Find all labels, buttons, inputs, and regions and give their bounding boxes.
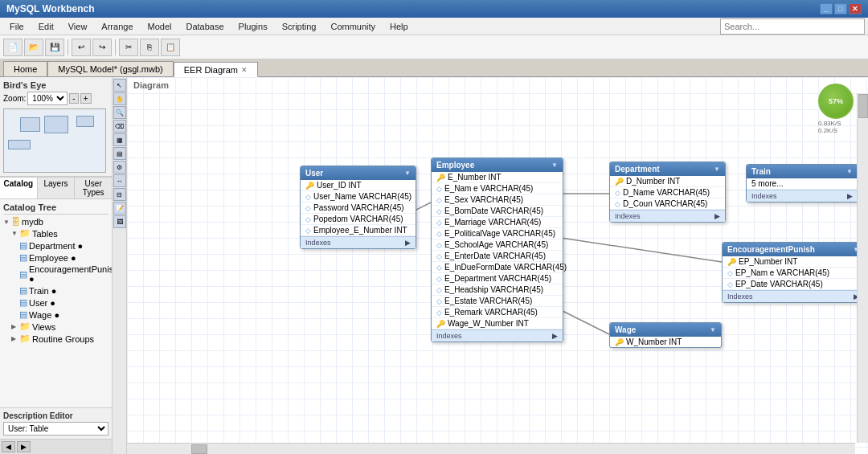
layers-tab[interactable]: Layers (38, 178, 76, 198)
cursor-tool[interactable]: ↖ (113, 79, 126, 92)
paste-button[interactable]: 📋 (161, 39, 180, 56)
emp-field-school: ◇ E_SchoolAge VARCHAR(45) (432, 239, 563, 251)
field-icon: ◇ (436, 241, 442, 249)
tab-eer[interactable]: EER Diagram ✕ (174, 62, 258, 77)
redo-button[interactable]: ↪ (92, 39, 112, 56)
diagram-area[interactable]: Diagram User ▼ 🔑 User_ID INT ◇ Us (127, 77, 868, 454)
hand-tool[interactable]: ✋ (113, 92, 126, 105)
usertypes-tab[interactable]: User Types (75, 178, 112, 198)
tree-emp-label: Employee ● (29, 253, 76, 263)
vertical-scrollbar[interactable] (857, 93, 868, 443)
table-tool[interactable]: ▦ (113, 133, 126, 146)
arrow-icon: ▶ (847, 192, 853, 200)
tree-item-enc[interactable]: ▤ EncouragementPunish ● (19, 264, 108, 284)
indexes-label: Indexes (727, 292, 753, 301)
user-field-emp: ◇ Employee_E_Number INT (301, 225, 416, 236)
save-button[interactable]: 💾 (45, 39, 64, 56)
tab-model-label: MySQL Model* (gsgl.mwb) (58, 64, 162, 74)
new-button[interactable]: 📄 (3, 39, 23, 56)
tab-eer-label: EER Diagram (184, 65, 238, 75)
relation-tool[interactable]: ↔ (113, 174, 126, 187)
menu-view[interactable]: View (62, 20, 94, 33)
tree-item-emp[interactable]: ▤ Employee ● (19, 252, 108, 264)
enc-field-name: ◇ EP_Nam e VARCHAR(45) (723, 268, 864, 279)
eer-table-employee[interactable]: Employee ▼ 🔑 E_Number INT ◇ E_Nam e VARC… (431, 157, 563, 342)
field-name: 5 more... (751, 179, 783, 188)
zoom-in-button[interactable]: + (80, 93, 92, 104)
folder-icon: 📁 (19, 333, 31, 344)
minimize-button[interactable]: _ (820, 3, 833, 14)
upload-stat: 0.83K/S (818, 120, 858, 127)
emp-field-marr: ◇ E_Marriage VARCHAR(45) (432, 217, 563, 228)
usage-circle: 57% (818, 84, 854, 119)
sidebar-fwd-button[interactable]: ▶ (17, 441, 31, 452)
tree-item-routines[interactable]: ▶ 📁 Routine Groups (11, 333, 108, 345)
menubar: File Edit View Arrange Model Database Pl… (0, 18, 868, 35)
view-tool[interactable]: ▤ (113, 147, 126, 160)
tree-item-train[interactable]: ▤ Train ● (19, 284, 108, 297)
emp-field-wage: 🔑 Wage_W_Number INT (432, 318, 563, 329)
eer-table-train[interactable]: Train ▼ 5 more... Indexes ▶ (746, 164, 858, 202)
catalog-tab[interactable]: Catalog (0, 178, 38, 198)
emp-field-dept: ◇ E_Department VARCHAR(45) (432, 273, 563, 284)
eraser-tool[interactable]: ⌫ (113, 120, 126, 133)
cut-button[interactable]: ✂ (119, 39, 138, 56)
arrow-icon: ▶ (714, 212, 720, 220)
minimap[interactable] (3, 108, 106, 173)
menu-community[interactable]: Community (324, 20, 382, 33)
search-input[interactable] (720, 18, 865, 35)
eer-table-train-header: Train ▼ (747, 165, 858, 178)
train-field-more: 5 more... (747, 178, 858, 190)
h-scroll-thumb[interactable] (191, 444, 207, 454)
layer-tool[interactable]: ⊟ (113, 188, 126, 201)
user-field-pwd: ◇ Password VARCHAR(45) (301, 202, 416, 214)
tree-item-wage[interactable]: ▤ Wage ● (19, 309, 108, 321)
tree-wage-label: Wage ● (29, 310, 59, 320)
sidebar-back-button[interactable]: ◀ (2, 441, 15, 452)
menu-edit[interactable]: Edit (32, 20, 60, 33)
menu-model[interactable]: Model (141, 20, 178, 33)
titlebar-controls[interactable]: _ □ ✕ (820, 3, 862, 14)
emp-field-enter: ◇ E_EnterDate VARCHAR(45) (432, 251, 563, 262)
tree-item-views[interactable]: ▶ 📁 Views (11, 321, 108, 333)
menu-plugins[interactable]: Plugins (232, 20, 274, 33)
tree-item-tables[interactable]: ▼ 📁 Tables (11, 227, 108, 239)
tab-model[interactable]: MySQL Model* (gsgl.mwb) (47, 61, 173, 76)
desc-editor-select[interactable]: User: Table (3, 422, 108, 436)
tab-home[interactable]: Home (3, 61, 47, 76)
menu-file[interactable]: File (3, 20, 31, 33)
field-name: E_Marriage VARCHAR(45) (444, 218, 541, 227)
image-tool[interactable]: 🖼 (113, 215, 126, 228)
open-button[interactable]: 📂 (24, 39, 43, 56)
tree-dept-label: Department ● (29, 241, 83, 251)
v-scroll-thumb[interactable] (858, 94, 868, 118)
undo-button[interactable]: ↩ (72, 39, 91, 56)
close-button[interactable]: ✕ (849, 3, 862, 14)
field-icon: ◇ (305, 227, 311, 235)
tree-item-user[interactable]: ▤ User ● (19, 297, 108, 309)
routine-tool[interactable]: ⚙ (113, 161, 126, 174)
eer-table-department[interactable]: Department ▼ 🔑 D_Number INT ◇ D_Name VAR… (609, 162, 726, 223)
eer-table-encouragement[interactable]: EncouragementPunish ▼ 🔑 EP_Number INT ◇ … (722, 242, 865, 303)
tree-item-dept[interactable]: ▤ Department ● (19, 239, 108, 252)
horizontal-scrollbar[interactable] (127, 443, 855, 454)
zoom-tool[interactable]: 🔍 (113, 106, 126, 119)
menu-database[interactable]: Database (179, 20, 230, 33)
eer-table-wage[interactable]: Wage ▼ 🔑 W_Number INT (609, 322, 722, 348)
menu-scripting[interactable]: Scripting (276, 20, 323, 33)
tree-item-mydb[interactable]: ▼ 🗄 mydb (3, 216, 108, 227)
menu-arrange[interactable]: Arrange (95, 20, 139, 33)
zoom-out-button[interactable]: - (69, 93, 78, 104)
menu-help[interactable]: Help (383, 20, 415, 33)
note-tool[interactable]: 📝 (113, 202, 126, 215)
tab-eer-close[interactable]: ✕ (241, 66, 248, 74)
eer-table-user[interactable]: User ▼ 🔑 User_ID INT ◇ User_Name VARCHAR… (300, 166, 416, 249)
train-table-name: Train (751, 167, 771, 176)
wage-table-name: Wage (615, 325, 636, 334)
field-icon: ◇ (436, 252, 442, 260)
catalog-tree-title: Catalog Tree (3, 202, 108, 215)
zoom-select[interactable]: 100% 75% 50% 150% (27, 92, 68, 105)
copy-button[interactable]: ⎘ (140, 39, 159, 56)
separator2 (115, 39, 116, 55)
maximize-button[interactable]: □ (834, 3, 847, 14)
